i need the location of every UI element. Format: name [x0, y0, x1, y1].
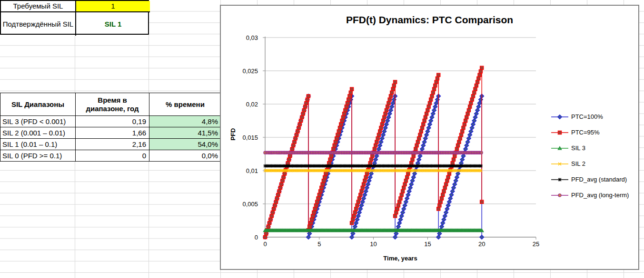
col-header-pct-time[interactable]: % времени [149, 93, 221, 116]
pct-time-cell[interactable]: 54,0% [149, 139, 221, 150]
legend-label: PFD_avg (standard) [571, 176, 627, 183]
time-in-range-cell[interactable]: 2,16 [76, 139, 149, 150]
x-tick-label: 0 [263, 240, 267, 248]
pct-time-cell[interactable]: 0,0% [149, 150, 221, 162]
legend-label: SIL 2 [571, 160, 585, 167]
x-tick-label: 10 [370, 240, 376, 248]
legend-label: PTC=95% [571, 129, 600, 136]
legend-item[interactable]: PFD_avg (standard) [551, 172, 629, 187]
chart-legend: PTC=100%PTC=95%SIL 3SIL 2PFD_avg (standa… [551, 109, 629, 203]
y-tick-label: 0,01 [229, 167, 258, 174]
legend-marker-circle [551, 192, 568, 199]
col-header-sil-ranges[interactable]: SIL Диапазоны [0, 93, 76, 116]
y-tick-label: 0,025 [229, 67, 258, 75]
time-in-range-cell[interactable]: 1,66 [76, 127, 149, 139]
sil-summary-table: Требуемый SIL 1 Подтверждённый SIL SIL 1 [0, 0, 149, 35]
legend-marker-square [551, 129, 568, 136]
legend-label: PTC=100% [571, 113, 603, 120]
x-tick-label: 25 [533, 240, 539, 248]
legend-item[interactable]: PFD_avg (long-term) [551, 187, 629, 203]
x-axis-title: Time, years [334, 255, 467, 262]
x-tick-label: 15 [424, 240, 431, 248]
pfd-chart[interactable]: PFD(t) Dynamics: PTC Comparison PFD Time… [220, 5, 639, 270]
sil-range-cell[interactable]: SIL 0 (PFD >= 0.1) [0, 150, 76, 162]
col-header-time-in-range[interactable]: Время в диапазоне, год [76, 93, 149, 116]
legend-label: SIL 3 [571, 144, 585, 152]
pct-time-cell[interactable]: 41,5% [149, 127, 221, 139]
sil-ranges-table: SIL Диапазоны Время в диапазоне, год % в… [0, 93, 221, 162]
y-tick-label: 0,02 [229, 101, 258, 108]
legend-marker-triangle [551, 145, 568, 152]
chart-title: PFD(t) Dynamics: PTC Comparison [221, 14, 638, 26]
y-tick-label: 0,005 [229, 201, 258, 208]
legend-item[interactable]: PTC=100% [551, 109, 629, 125]
legend-item[interactable]: PTC=95% [551, 125, 629, 140]
time-in-range-cell[interactable]: 0,19 [76, 116, 149, 127]
required-sil-label[interactable]: Требуемый SIL [1, 1, 76, 12]
legend-marker-asterisk [551, 176, 568, 183]
confirmed-sil-value-cell[interactable]: SIL 1 [76, 12, 150, 36]
legend-item[interactable]: SIL 2 [551, 156, 629, 172]
x-tick-label: 20 [478, 240, 485, 248]
sil-range-cell[interactable]: SIL 3 (PFD < 0.001) [0, 116, 76, 127]
y-tick-label: 0,03 [229, 34, 258, 41]
sil-range-cell[interactable]: SIL 1 (0.01 – 0.1) [0, 139, 76, 150]
x-tick-label: 5 [317, 240, 321, 248]
legend-label: PFD_avg (long-term) [571, 192, 629, 199]
y-tick-label: 0 [229, 234, 258, 241]
y-tick-label: 0,015 [229, 134, 258, 141]
confirmed-sil-label[interactable]: Подтверждённый SIL [1, 12, 76, 36]
time-in-range-cell[interactable]: 0 [76, 150, 149, 162]
sil-range-cell[interactable]: SIL 2 (0.001 – 0.01) [0, 127, 76, 139]
legend-marker-x [551, 161, 568, 167]
legend-item[interactable]: SIL 3 [551, 140, 629, 156]
required-sil-value-cell[interactable]: 1 [76, 1, 150, 12]
legend-marker-diamond [551, 114, 568, 120]
pct-time-cell[interactable]: 4,8% [149, 116, 221, 127]
